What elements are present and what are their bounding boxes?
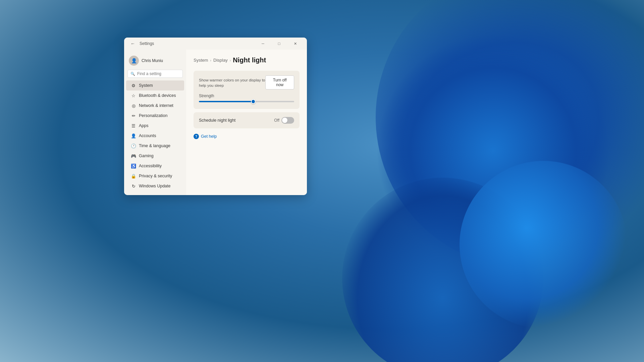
bluetooth-icon: ☆ [131, 93, 136, 98]
sidebar-item-label-system: System [139, 83, 153, 88]
sidebar-item-label-update: Windows Update [139, 184, 171, 188]
sidebar-item-time[interactable]: 🕐Time & language [126, 141, 184, 151]
window-body: 👤 Chris Muniu 🔍 ⚙System☆Bluetooth & devi… [124, 50, 307, 195]
personalization-icon: ✏ [131, 113, 136, 118]
page-title: Night light [233, 56, 266, 64]
sidebar-item-update[interactable]: ↻Windows Update [126, 181, 184, 191]
search-icon: 🔍 [130, 72, 135, 76]
swirl-decoration-4 [460, 161, 627, 328]
help-icon: ? [194, 134, 199, 139]
sidebar-item-system[interactable]: ⚙System [126, 80, 184, 90]
toggle-state-label: Off [274, 118, 279, 123]
sidebar-item-label-accounts: Accounts [139, 133, 156, 138]
schedule-row: Schedule night light Off [199, 117, 294, 124]
sidebar-item-network[interactable]: ◎Network & internet [126, 101, 184, 111]
sidebar-item-label-gaming: Gaming [139, 154, 154, 158]
breadcrumb: System › Display › Night light [194, 56, 300, 64]
description-text-block: Show warmer colors on your display to he… [199, 77, 265, 88]
sidebar-item-privacy[interactable]: 🔒Privacy & security [126, 171, 184, 181]
user-name: Chris Muniu [142, 58, 163, 63]
sidebar-item-apps[interactable]: ☰Apps [126, 121, 184, 131]
breadcrumb-sep-1: › [210, 58, 211, 62]
sidebar-item-bluetooth[interactable]: ☆Bluetooth & devices [126, 90, 184, 101]
schedule-toggle[interactable] [281, 117, 294, 124]
nav-list: ⚙System☆Bluetooth & devices◎Network & in… [124, 80, 186, 191]
search-box[interactable]: 🔍 [127, 70, 183, 78]
slider-thumb[interactable] [251, 99, 256, 104]
turn-off-button[interactable]: Turn off now [265, 75, 294, 89]
toggle-container: Off [274, 117, 294, 124]
desktop-background [0, 0, 644, 362]
apps-icon: ☰ [131, 123, 136, 128]
strength-slider-track[interactable] [199, 101, 294, 102]
sidebar-item-label-time: Time & language [139, 143, 170, 148]
sidebar-item-label-privacy: Privacy & security [139, 174, 172, 178]
sidebar-item-label-bluetooth: Bluetooth & devices [139, 93, 176, 98]
night-light-description-card: Show warmer colors on your display to he… [194, 71, 300, 109]
sidebar-item-accounts[interactable]: 👤Accounts [126, 131, 184, 141]
breadcrumb-display[interactable]: Display [213, 58, 228, 63]
sidebar-item-label-accessibility: Accessibility [139, 164, 162, 168]
search-input[interactable] [137, 71, 186, 76]
maximize-button[interactable]: □ [271, 38, 287, 49]
description-text: Show warmer colors on your display to he… [199, 77, 265, 88]
sidebar-item-label-apps: Apps [139, 123, 149, 128]
gaming-icon: 🎮 [131, 153, 136, 159]
accessibility-icon: ♿ [131, 163, 136, 169]
sidebar-item-label-network: Network & internet [139, 103, 173, 108]
strength-label: Strength [199, 94, 294, 98]
sidebar: 👤 Chris Muniu 🔍 ⚙System☆Bluetooth & devi… [124, 50, 186, 195]
settings-window: ← Settings ─ □ ✕ 👤 Chris Muniu [124, 38, 307, 195]
strength-section: Strength [199, 94, 294, 102]
system-icon: ⚙ [131, 83, 136, 88]
accounts-icon: 👤 [131, 133, 136, 138]
sidebar-item-gaming[interactable]: 🎮Gaming [126, 151, 184, 161]
titlebar: ← Settings ─ □ ✕ [124, 38, 307, 50]
window-title: Settings [140, 41, 255, 46]
user-section: 👤 Chris Muniu [124, 52, 186, 70]
toggle-knob [282, 118, 287, 123]
schedule-label: Schedule night light [199, 118, 235, 123]
sidebar-item-label-personalization: Personalization [139, 113, 167, 118]
minimize-button[interactable]: ─ [255, 38, 271, 49]
breadcrumb-sep-2: › [230, 58, 231, 62]
get-help-link[interactable]: ? Get help [194, 134, 300, 139]
update-icon: ↻ [131, 183, 136, 189]
privacy-icon: 🔒 [131, 173, 136, 179]
sidebar-item-accessibility[interactable]: ♿Accessibility [126, 161, 184, 171]
back-button[interactable]: ← [128, 39, 138, 48]
window-controls: ─ □ ✕ [255, 38, 303, 49]
network-icon: ◎ [131, 103, 136, 108]
time-icon: 🕐 [131, 143, 136, 148]
sidebar-item-personalization[interactable]: ✏Personalization [126, 111, 184, 121]
get-help-label: Get help [201, 134, 217, 139]
description-row: Show warmer colors on your display to he… [199, 75, 294, 89]
breadcrumb-system[interactable]: System [194, 58, 208, 63]
schedule-night-light-card: Schedule night light Off [194, 112, 300, 128]
avatar: 👤 [129, 56, 139, 66]
close-button[interactable]: ✕ [287, 38, 303, 49]
main-content: System › Display › Night light Show warm… [186, 50, 307, 195]
slider-fill [199, 101, 253, 102]
